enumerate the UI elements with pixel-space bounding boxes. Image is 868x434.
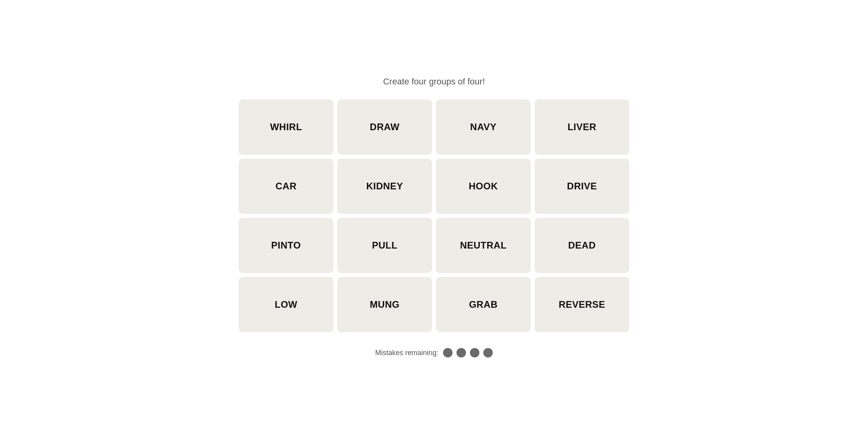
mistake-dot (483, 348, 493, 357)
word-card[interactable]: DEAD (535, 218, 629, 273)
word-card-label: PINTO (271, 240, 301, 251)
word-card-label: KIDNEY (366, 181, 403, 192)
word-card[interactable]: WHIRL (239, 99, 333, 155)
word-card-label: GRAB (469, 299, 498, 310)
word-card[interactable]: KIDNEY (337, 159, 432, 214)
word-card-label: WHIRL (270, 122, 302, 133)
word-card[interactable]: DRIVE (535, 159, 629, 214)
word-card[interactable]: DRAW (337, 99, 432, 155)
mistake-dot (443, 348, 453, 357)
word-card[interactable]: LOW (239, 277, 333, 332)
word-card-label: DEAD (568, 240, 596, 251)
word-card-label: NEUTRAL (460, 240, 507, 251)
word-card-label: REVERSE (559, 299, 605, 310)
word-card[interactable]: NAVY (436, 99, 531, 155)
game-subtitle: Create four groups of four! (383, 77, 485, 87)
word-card-label: LIVER (567, 122, 596, 133)
word-card-label: MUNG (370, 299, 399, 310)
word-card-label: NAVY (470, 122, 497, 133)
word-card-label: PULL (372, 240, 398, 251)
word-card-label: LOW (275, 299, 297, 310)
mistake-dot (456, 348, 466, 357)
word-card-label: DRAW (370, 122, 399, 133)
word-card[interactable]: LIVER (535, 99, 629, 155)
mistakes-section: Mistakes remaining: (375, 348, 493, 357)
mistakes-dots (443, 348, 493, 357)
game-container: Create four groups of four! WHIRLDRAWNAV… (237, 77, 631, 357)
word-card[interactable]: REVERSE (535, 277, 629, 332)
mistake-dot (470, 348, 479, 357)
word-card[interactable]: PULL (337, 218, 432, 273)
word-card[interactable]: GRAB (436, 277, 531, 332)
word-card[interactable]: NEUTRAL (436, 218, 531, 273)
word-card-label: CAR (275, 181, 297, 192)
word-card-label: HOOK (469, 181, 498, 192)
word-card[interactable]: HOOK (436, 159, 531, 214)
word-grid: WHIRLDRAWNAVYLIVERCARKIDNEYHOOKDRIVEPINT… (239, 99, 629, 332)
word-card[interactable]: CAR (239, 159, 333, 214)
mistakes-label: Mistakes remaining: (375, 349, 438, 357)
word-card[interactable]: PINTO (239, 218, 333, 273)
word-card[interactable]: MUNG (337, 277, 432, 332)
word-card-label: DRIVE (567, 181, 597, 192)
